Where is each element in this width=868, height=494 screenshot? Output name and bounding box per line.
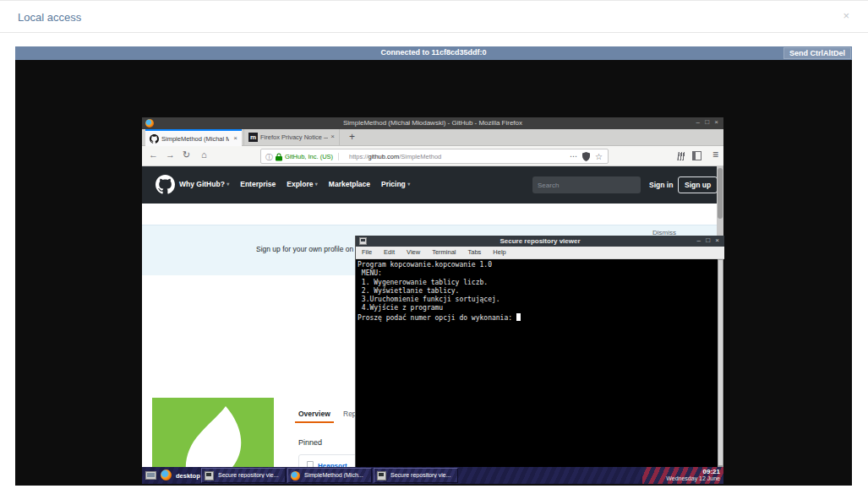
text-cursor <box>516 313 521 321</box>
back-icon[interactable]: ← <box>149 149 158 160</box>
mozilla-favicon: m <box>248 133 258 142</box>
profile-avatar[interactable] <box>152 398 274 467</box>
terminal-icon <box>205 471 214 480</box>
menu-help[interactable]: Help <box>493 248 505 258</box>
terminal-line: MENU: <box>358 269 724 278</box>
url-bar[interactable]: ⓘ GitHub, Inc. (US) https://github.com/S… <box>260 149 609 164</box>
tab-label: SimpleMethod (Michal Młod <box>161 135 229 143</box>
sidebar-icon[interactable] <box>692 151 701 160</box>
window-controls[interactable]: – □ × <box>697 236 721 244</box>
tab-simplemethod[interactable]: SimpleMethod (Michal Młod × <box>145 129 242 146</box>
task-button-terminal-1[interactable]: Secure repository vie... <box>201 468 286 483</box>
github-favicon <box>150 134 159 144</box>
sign-in-link[interactable]: Sign in <box>649 181 673 189</box>
task-button-firefox[interactable]: SimpleMethod (Mich... <box>287 468 372 483</box>
tab-label: Firefox Privacy Notice — Mo <box>260 133 328 141</box>
github-logo-icon[interactable] <box>156 175 175 194</box>
new-tab-button[interactable]: + <box>349 131 355 143</box>
terminal-titlebar[interactable]: Secure repository viewer – □ × <box>356 236 724 247</box>
nav-why-github[interactable]: Why GitHub? ▾ <box>179 180 229 188</box>
github-nav: Why GitHub? ▾ Enterprise Explore ▾ Marke… <box>179 180 410 188</box>
menu-icon[interactable]: ≡ <box>712 149 718 160</box>
clock-date: Wednesday 12 June <box>666 475 720 481</box>
terminal-window: Secure repository viewer – □ × File Edit… <box>355 236 723 467</box>
tab-privacy-notice[interactable]: m Firefox Privacy Notice — Mo × <box>243 129 340 146</box>
terminal-output[interactable]: Program kopcowanie.kopcowanie 1.0 MENU: … <box>356 259 724 467</box>
menu-view[interactable]: View <box>407 248 420 258</box>
page-title: Local access <box>18 11 81 24</box>
info-icon[interactable]: ⓘ <box>265 152 273 163</box>
nav-marketplace[interactable]: Marketplace <box>329 180 370 188</box>
site-identity[interactable]: GitHub, Inc. (US) <box>285 153 339 160</box>
menu-edit[interactable]: Edit <box>384 248 395 258</box>
scrollbar-thumb[interactable] <box>718 260 723 465</box>
remote-viewer: Connected to 11cf8cd35ddf:0 Send CtrlAlt… <box>15 46 852 486</box>
github-header: Why GitHub? ▾ Enterprise Explore ▾ Marke… <box>142 166 723 204</box>
home-icon[interactable]: ⌂ <box>201 149 207 160</box>
menu-file[interactable]: File <box>362 248 372 258</box>
connection-status: Connected to 11cf8cd35ddf:0 <box>15 48 852 57</box>
firefox-window-title: SimpleMethod (Michał Młodawski) - GitHub… <box>142 119 723 127</box>
pinned-heading: Pinned <box>298 438 322 447</box>
firefox-titlebar[interactable]: SimpleMethod (Michał Młodawski) - GitHub… <box>142 117 723 129</box>
firefox-launcher-icon[interactable] <box>161 470 172 480</box>
terminal-prompt: Proszę podać numer opcji do wykonania: <box>358 313 724 323</box>
terminal-line: 3.Uruchomienie funkcji sortującej. <box>358 296 724 304</box>
show-desktop-icon[interactable] <box>145 471 156 480</box>
forward-icon[interactable]: → <box>166 149 175 160</box>
remote-desktop: SimpleMethod (Michał Młodawski) - GitHub… <box>142 117 723 484</box>
firefox-tabbar: SimpleMethod (Michal Młod × m Firefox Pr… <box>142 129 723 146</box>
terminal-scrollbar[interactable] <box>718 259 723 467</box>
terminal-line: Program kopcowanie.kopcowanie 1.0 <box>358 261 724 269</box>
close-icon[interactable]: × <box>843 9 849 22</box>
local-access-header: Local access × <box>0 0 868 33</box>
tab-overview[interactable]: Overview <box>298 410 330 418</box>
flame-logo-icon <box>152 398 274 467</box>
banner-message: Sign up for your own profile on GitH <box>256 245 370 253</box>
reload-icon[interactable]: ↻ <box>183 149 190 160</box>
send-ctrl-alt-del-button[interactable]: Send CtrlAltDel <box>783 47 851 59</box>
scrollbar-thumb[interactable] <box>718 168 723 219</box>
terminal-title: Secure repository viewer <box>356 237 724 245</box>
bookmark-star-icon[interactable]: ☆ <box>595 152 603 161</box>
terminal-menubar: File Edit View Terminal Tabs Help <box>356 247 724 259</box>
nav-pricing[interactable]: Pricing ▾ <box>381 180 410 188</box>
chevron-down-icon: ▾ <box>315 182 318 187</box>
chevron-down-icon: ▾ <box>407 182 410 187</box>
terminal-line: 1. Wygenerowanie tablicy liczb. <box>358 279 724 287</box>
firefox-icon <box>291 471 300 480</box>
repo-icon <box>306 461 314 467</box>
nav-enterprise[interactable]: Enterprise <box>240 180 276 188</box>
window-controls[interactable]: – □ × <box>696 118 720 126</box>
sign-up-button[interactable]: Sign up <box>678 176 718 193</box>
taskbar: desktop 1 Secure repository vie... Simpl… <box>142 467 723 484</box>
nav-explore[interactable]: Explore ▾ <box>287 180 318 188</box>
tab-close-icon[interactable]: × <box>233 134 237 142</box>
clock-time: 09:21 <box>703 468 720 475</box>
terminal-line: 4.Wyjście z programu <box>358 304 724 312</box>
terminal-line: 2. Wyświetlanie tablicy. <box>358 287 724 296</box>
lock-icon <box>276 153 282 161</box>
shield-icon[interactable] <box>582 152 590 161</box>
firefox-navbar: ← → ↻ ⌂ ⓘ GitHub, Inc. (US) https://gith… <box>142 146 723 166</box>
menu-terminal[interactable]: Terminal <box>432 248 456 258</box>
search-input[interactable] <box>532 176 641 193</box>
task-button-terminal-2[interactable]: Secure repository vie... <box>374 468 458 483</box>
remote-screen[interactable]: SimpleMethod (Michał Młodawski) - GitHub… <box>15 60 852 486</box>
chevron-down-icon: ▾ <box>227 182 229 187</box>
viewer-status-bar: Connected to 11cf8cd35ddf:0 Send CtrlAlt… <box>15 46 852 60</box>
tab-close-icon[interactable]: × <box>330 133 335 140</box>
url-text[interactable]: https://github.com/SimpleMethod <box>349 153 441 160</box>
page-actions-icon[interactable]: ⋯ <box>570 152 577 160</box>
terminal-icon <box>377 471 386 480</box>
menu-tabs[interactable]: Tabs <box>468 248 482 258</box>
library-icon[interactable] <box>677 152 686 160</box>
